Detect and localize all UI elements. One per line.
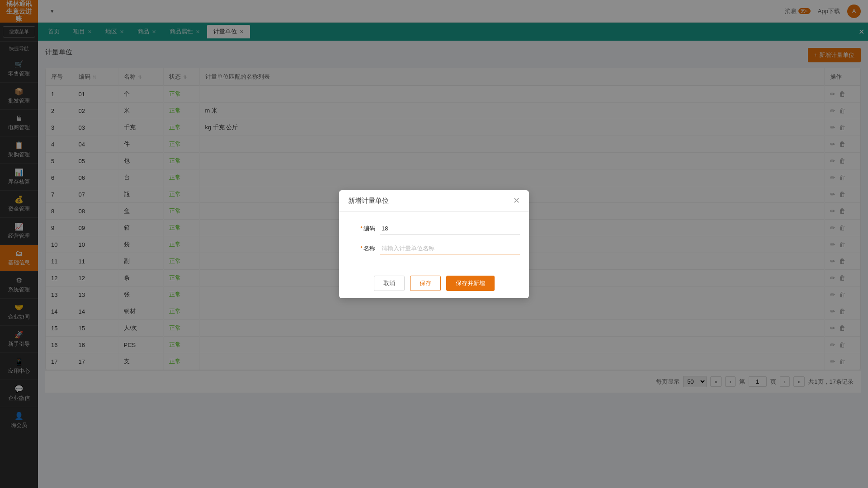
modal-close-button[interactable]: ✕ <box>513 197 520 205</box>
code-input[interactable] <box>380 223 520 235</box>
name-form-row: *名称 <box>348 243 520 254</box>
code-form-row: *编码 <box>348 223 520 235</box>
save-and-new-button[interactable]: 保存并新增 <box>446 276 495 291</box>
name-label: *名称 <box>348 244 375 253</box>
add-unit-modal: 新增计量单位 ✕ *编码 *名称 取消 保存 保存并新增 <box>339 190 529 298</box>
modal-footer: 取消 保存 保存并新增 <box>339 270 529 298</box>
cancel-button[interactable]: 取消 <box>374 276 405 291</box>
code-label: *编码 <box>348 225 375 233</box>
modal-title: 新增计量单位 <box>348 197 389 205</box>
name-input[interactable] <box>380 243 520 254</box>
modal-header: 新增计量单位 ✕ <box>339 190 529 212</box>
save-button[interactable]: 保存 <box>410 276 441 291</box>
modal-body: *编码 *名称 <box>339 212 529 270</box>
name-required-mark: * <box>360 245 363 252</box>
code-required-mark: * <box>360 225 363 232</box>
modal-overlay: 新增计量单位 ✕ *编码 *名称 取消 保存 保存并新增 <box>0 0 868 488</box>
